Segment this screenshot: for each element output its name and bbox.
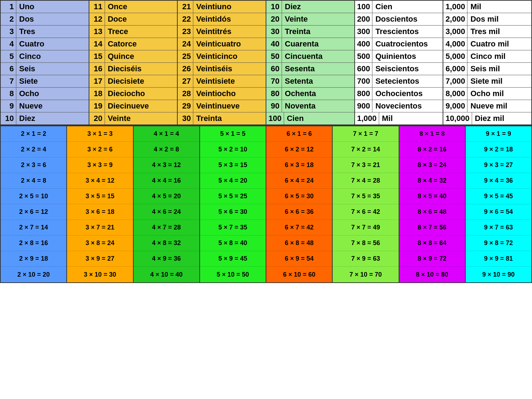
number-row: 80Ochenta — [266, 88, 354, 100]
number-row: 600Seiscientos — [355, 63, 443, 75]
mult-row: 9 × 7 = 63 — [466, 220, 531, 235]
number-word: Ocho mil — [467, 88, 531, 100]
number-digit: 26 — [178, 63, 193, 75]
number-row: 9Nueve — [1, 100, 89, 112]
number-row: 8Ocho — [1, 88, 89, 100]
number-row: 22Veintidós — [178, 13, 266, 26]
number-digit: 5,000 — [443, 50, 467, 62]
number-word: Veintiséis — [193, 63, 266, 75]
number-digit: 30 — [178, 112, 193, 124]
number-row: 24Veinticuatro — [178, 38, 266, 50]
number-digit: 14 — [89, 38, 105, 50]
number-row: 20Veinte — [266, 13, 354, 26]
number-row: 3,000Tres mil — [443, 26, 531, 38]
number-row: 16Dieciséis — [89, 63, 177, 75]
mult-row: 3 × 6 = 18 — [67, 204, 133, 220]
mult-row: 6 × 3 = 18 — [266, 157, 332, 173]
number-word: Ocho — [16, 88, 89, 100]
number-digit: 19 — [89, 100, 105, 112]
number-word: Diez mil — [472, 112, 531, 124]
number-row: 1Uno — [1, 1, 89, 13]
number-row: 23Veintitrés — [178, 26, 266, 38]
number-word: Veintiocho — [193, 88, 266, 100]
number-digit: 40 — [266, 38, 282, 50]
mult-column-9: 9 × 1 = 99 × 2 = 189 × 3 = 279 × 4 = 369… — [466, 126, 531, 282]
number-digit: 8,000 — [443, 88, 467, 100]
mult-row: 8 × 6 = 48 — [399, 204, 465, 220]
number-digit: 12 — [89, 13, 105, 25]
number-word: Diecisiete — [105, 75, 177, 87]
number-word: Seis — [16, 63, 89, 75]
mult-row: 5 × 7 = 35 — [200, 220, 266, 235]
number-digit: 16 — [89, 63, 105, 75]
number-row: 800Ochocientos — [355, 88, 443, 100]
number-word: Veinte — [282, 13, 354, 25]
number-word: Siete — [16, 75, 89, 87]
number-row: 7Siete — [1, 75, 89, 88]
number-digit: 800 — [355, 88, 373, 100]
number-word: Setenta — [282, 75, 354, 87]
mult-row: 8 × 2 = 16 — [399, 142, 465, 157]
mult-row: 9 × 4 = 36 — [466, 173, 531, 189]
mult-row: 8 × 4 = 32 — [399, 173, 465, 189]
mult-row: 7 × 5 = 35 — [333, 189, 398, 204]
number-digit: 70 — [266, 75, 282, 87]
number-word: Cinco mil — [467, 50, 531, 62]
number-word: Trescientos — [372, 26, 443, 38]
number-digit: 9 — [1, 100, 16, 112]
mult-row: 7 × 2 = 14 — [333, 142, 398, 157]
number-word: Quince — [105, 50, 177, 62]
mult-row: 5 × 5 = 25 — [200, 189, 266, 204]
number-row: 28Veintiocho — [178, 88, 266, 100]
number-word: Veinte — [105, 112, 177, 124]
number-digit: 100 — [355, 1, 373, 13]
mult-column-2: 2 × 1 = 22 × 2 = 42 × 3 = 62 × 4 = 82 × … — [1, 126, 67, 282]
number-row: 90Noventa — [266, 100, 354, 112]
number-row: 400Cuatrocientos — [355, 38, 443, 50]
number-word: Cincuenta — [282, 50, 354, 62]
number-word: Dieciocho — [105, 88, 177, 100]
mult-row: 8 × 3 = 24 — [399, 157, 465, 173]
number-row: 15Quince — [89, 50, 177, 63]
mult-row: 5 × 3 = 15 — [200, 157, 266, 173]
mult-row: 4 × 9 = 36 — [134, 251, 199, 267]
number-row: 11Once — [89, 1, 177, 13]
number-row: 12Doce — [89, 13, 177, 26]
number-digit: 10 — [1, 112, 16, 124]
number-word: Cien — [284, 112, 354, 124]
mult-row: 4 × 3 = 12 — [134, 157, 199, 173]
number-digit: 1,000 — [443, 1, 467, 13]
mult-row: 5 × 10 = 50 — [200, 267, 266, 282]
number-row: 2,000Dos mil — [443, 13, 531, 26]
number-digit: 25 — [178, 50, 193, 62]
mult-row: 7 × 1 = 7 — [333, 126, 398, 142]
number-digit: 50 — [266, 50, 282, 62]
number-digit: 29 — [178, 100, 193, 112]
number-digit: 1 — [1, 1, 16, 13]
number-row: 700Setecientos — [355, 75, 443, 88]
mult-row: 9 × 2 = 18 — [466, 142, 531, 157]
mult-row: 2 × 9 = 18 — [1, 251, 66, 267]
mult-row: 2 × 8 = 16 — [1, 235, 66, 251]
number-row: 4,000Cuatro mil — [443, 38, 531, 50]
number-row: 19Diecinueve — [89, 100, 177, 112]
number-row: 8,000Ocho mil — [443, 88, 531, 100]
number-row: 1,000Mil — [355, 112, 443, 124]
number-digit: 2,000 — [443, 13, 467, 25]
number-row: 9,000Nueve mil — [443, 100, 531, 112]
number-digit: 3 — [1, 26, 16, 38]
number-word: Trece — [105, 26, 177, 38]
mult-row: 4 × 8 = 32 — [134, 235, 199, 251]
number-row: 1,000Mil — [443, 1, 531, 13]
number-digit: 20 — [89, 112, 105, 124]
number-digit: 7,000 — [443, 75, 467, 87]
number-row: 100Cien — [355, 1, 443, 13]
mult-row: 7 × 7 = 49 — [333, 220, 398, 235]
mult-row: 9 × 6 = 54 — [466, 204, 531, 220]
number-word: Seiscientos — [372, 63, 443, 75]
number-column-col3: 21Veintiuno22Veintidós23Veintitrés24Vein… — [178, 1, 266, 124]
mult-row: 6 × 9 = 54 — [266, 251, 332, 267]
number-row: 5Cinco — [1, 50, 89, 63]
mult-row: 6 × 1 = 6 — [266, 126, 332, 142]
number-word: Diez — [16, 112, 89, 124]
